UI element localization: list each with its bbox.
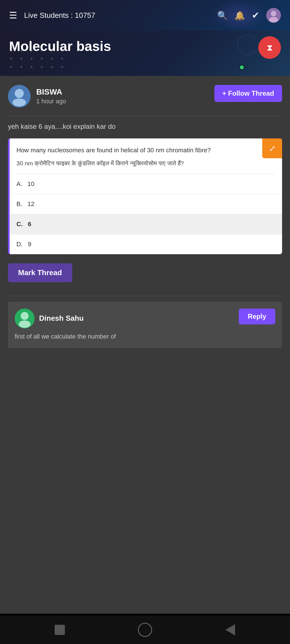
poster-name: BISWA bbox=[36, 87, 66, 97]
mcq-expand-button[interactable]: ⤢ bbox=[262, 138, 282, 158]
divider-1 bbox=[8, 115, 282, 116]
svg-point-6 bbox=[12, 99, 26, 106]
header: ☰ Live Students : 10757 🔍 🔔 ✔ bbox=[0, 0, 290, 31]
svg-point-9 bbox=[19, 320, 31, 328]
user-avatar[interactable] bbox=[266, 8, 281, 23]
green-dot-decoration bbox=[239, 65, 245, 70]
header-right: 🔍 🔔 ✔ bbox=[217, 8, 281, 23]
mcq-question-hindi: 30 nm क्रोमैटिन फाइबर के कुंडलित कॉइल मे… bbox=[10, 159, 282, 174]
mcq-option-a[interactable]: A. 10 bbox=[10, 174, 282, 194]
mark-thread-button[interactable]: Mark Thread bbox=[8, 263, 72, 282]
user-info: BISWA 1 hour ago bbox=[8, 85, 66, 108]
stars-row-1: ✦ ✦ ✦ ✦ ✦ ✦ bbox=[9, 47, 67, 55]
thread-question-text: yeh kaise 6 aya....koi explain kar do bbox=[8, 121, 282, 132]
header-left: ☰ Live Students : 10757 bbox=[9, 11, 95, 20]
expand-icon: ⤢ bbox=[269, 144, 276, 153]
reply-section: Dinesh Sahu Reply first of all we calcul… bbox=[8, 302, 282, 348]
divider-2 bbox=[8, 296, 282, 296]
svg-point-8 bbox=[21, 312, 29, 320]
reply-preview-text: first of all we calculate the number of bbox=[15, 332, 275, 341]
nav-home-button[interactable] bbox=[138, 623, 152, 637]
page-title-area: Molecular basis ✦ ✦ ✦ ✦ ✦ ✦ ✦ ✦ ✦ ✦ ✦ ✦ … bbox=[0, 31, 290, 76]
svg-point-5 bbox=[15, 89, 24, 98]
mcq-card: ⤢ How many nucleosomes are found in heli… bbox=[8, 138, 282, 254]
hamburger-icon[interactable]: ☰ bbox=[9, 11, 17, 20]
svg-point-2 bbox=[269, 17, 278, 23]
bell-icon[interactable]: 🔔 bbox=[234, 10, 245, 20]
follow-thread-button[interactable]: + Follow Thread bbox=[214, 85, 282, 102]
stars-row-3: ✦ ✦ ✦ ✦ ✦ ✦ bbox=[9, 63, 67, 71]
dna-fab-button[interactable]: ⧗ bbox=[258, 36, 281, 59]
main-card: BISWA 1 hour ago + Follow Thread yeh kai… bbox=[0, 76, 290, 614]
reply-user-name: Dinesh Sahu bbox=[39, 314, 84, 323]
mcq-option-d[interactable]: D. 9 bbox=[10, 234, 282, 254]
stop-icon bbox=[55, 625, 65, 635]
poster-avatar bbox=[8, 85, 31, 108]
back-icon bbox=[225, 624, 235, 636]
check-icon[interactable]: ✔ bbox=[252, 10, 259, 21]
reply-button[interactable]: Reply bbox=[239, 309, 275, 324]
poster-details: BISWA 1 hour ago bbox=[36, 87, 66, 105]
nav-stop-button[interactable] bbox=[53, 623, 67, 637]
stars-row-2: ✦ ✦ ✦ ✦ ✦ ✦ bbox=[9, 55, 67, 63]
mcq-option-c[interactable]: C. 6 bbox=[10, 214, 282, 234]
option-c-label: C. 6 bbox=[16, 221, 31, 228]
option-d-label: D. 9 bbox=[16, 241, 31, 248]
reply-avatar bbox=[15, 309, 35, 328]
search-icon[interactable]: 🔍 bbox=[217, 10, 228, 20]
thread-header: BISWA 1 hour ago + Follow Thread bbox=[8, 85, 282, 108]
svg-point-1 bbox=[271, 11, 276, 16]
option-b-label: B. 12 bbox=[16, 200, 35, 207]
post-time: 1 hour ago bbox=[36, 98, 66, 105]
mcq-option-b[interactable]: B. 12 bbox=[10, 194, 282, 214]
live-students-text: Live Students : 10757 bbox=[24, 11, 95, 20]
stars-decoration: ✦ ✦ ✦ ✦ ✦ ✦ ✦ ✦ ✦ ✦ ✦ ✦ ✦ ✦ ✦ ✦ ✦ ✦ bbox=[9, 47, 67, 71]
reply-header: Dinesh Sahu bbox=[15, 309, 275, 328]
mcq-question-english: How many nucleosomes are found in helica… bbox=[10, 138, 282, 159]
nav-back-button[interactable] bbox=[223, 623, 237, 637]
option-a-label: A. 10 bbox=[16, 180, 35, 187]
reply-card: Dinesh Sahu Reply first of all we calcul… bbox=[8, 302, 282, 348]
svg-text:⧗: ⧗ bbox=[267, 43, 273, 52]
bottom-nav bbox=[0, 616, 290, 644]
home-icon bbox=[138, 623, 152, 637]
